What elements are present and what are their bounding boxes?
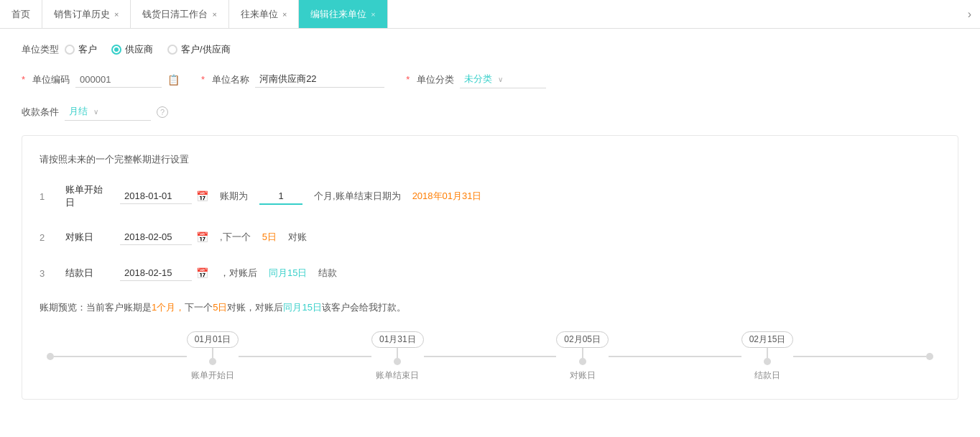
timeline-connector-0 (54, 356, 187, 357)
radio-supplier-circle (111, 45, 121, 55)
unit-code-copy-icon[interactable]: 📋 (167, 74, 180, 86)
desc-suffix-3: 结款 (318, 267, 337, 280)
radio-customer-label: 客户 (78, 43, 97, 56)
period-input-1[interactable] (259, 188, 302, 205)
tab-cash-ledger-label: 钱货日清工作台 (142, 8, 208, 21)
tab-edit-partner-close[interactable]: × (371, 10, 375, 19)
tab-partner-units-close[interactable]: × (282, 10, 287, 19)
timeline-stem-4 (767, 348, 768, 358)
timeline-right-dot (926, 353, 933, 360)
unit-category-value: 未分类 (464, 73, 492, 86)
timeline-badge-1: 01月01日 (187, 331, 239, 348)
unit-category-dropdown[interactable]: 未分类 ∨ (460, 70, 546, 88)
period-unit-1: 个月,账单结束日期为 (314, 190, 401, 203)
row-number-1: 1 (40, 191, 54, 202)
calendar-icon-2[interactable]: 📅 (196, 231, 208, 243)
desc-highlight-3: 同月15日 (269, 267, 307, 280)
payment-terms-field: 收款条件 月结 ∨ ? (22, 103, 168, 121)
radio-both-label: 客户/供应商 (181, 43, 231, 56)
payment-terms-value: 月结 (69, 105, 88, 118)
preview-pay-day: 同月15日 (283, 302, 321, 313)
calendar-icon-3[interactable]: 📅 (196, 267, 208, 279)
payment-terms-row: 收款条件 月结 ∨ ? (22, 103, 958, 121)
row-type-label-1: 账单开始日 (65, 183, 108, 209)
radio-both[interactable]: 客户/供应商 (167, 43, 231, 56)
preview-reconcile-day: 5日 (213, 302, 227, 313)
timeline-point-4: 02月15日 结款日 (741, 331, 794, 382)
tab-home[interactable]: 首页 (0, 0, 42, 28)
timeline-dot-4 (764, 358, 771, 365)
tab-sales-history-close[interactable]: × (114, 10, 119, 19)
timeline-stem-2 (397, 348, 398, 358)
card-title: 请按照未来的一个完整帐期进行设置 (40, 153, 940, 166)
unit-details-row: * 单位编码 📋 * 单位名称 * 单位分类 未分类 ∨ (22, 70, 958, 88)
tab-edit-partner[interactable]: 编辑往来单位 × (299, 0, 387, 28)
timeline-stem-3 (582, 348, 583, 358)
desc-prefix-2: ,下一个 (220, 231, 251, 244)
radio-supplier[interactable]: 供应商 (111, 43, 153, 56)
timeline-label-1: 账单开始日 (191, 369, 234, 382)
tab-partner-units-label: 往来单位 (241, 8, 278, 21)
timeline-dot-2 (394, 358, 401, 365)
desc-prefix-3: ，对账后 (220, 267, 257, 280)
tab-edit-partner-label: 编辑往来单位 (310, 8, 366, 21)
period-label-1: 账期为 (220, 190, 248, 203)
tabs-bar: 首页 销售订单历史 × 钱货日清工作台 × 往来单位 × 编辑往来单位 × › (0, 0, 980, 29)
tab-cash-ledger[interactable]: 钱货日清工作台 × (131, 0, 228, 28)
unit-code-label: 单位编码 (32, 73, 70, 86)
timeline: 01月01日 账单开始日 01月31日 账单结束日 02月05日 对账日 (40, 331, 940, 382)
timeline-point-1: 01月01日 账单开始日 (187, 331, 239, 382)
row-number-2: 2 (40, 232, 54, 243)
unit-name-star: * (201, 74, 205, 85)
timeline-stem-1 (212, 348, 213, 358)
preview-prefix: 账期预览：当前客户账期是 (40, 302, 152, 313)
timeline-badge-4: 02月15日 (741, 331, 794, 348)
timeline-badge-3: 02月05日 (556, 331, 609, 348)
radio-both-circle (167, 45, 177, 55)
row-type-label-3: 结款日 (65, 267, 108, 280)
radio-customer[interactable]: 客户 (65, 43, 97, 56)
preview-middle2: 对账，对账后 (227, 302, 283, 313)
timeline-label-2: 账单结束日 (376, 369, 419, 382)
timeline-dot-3 (579, 358, 586, 365)
tab-cash-ledger-close[interactable]: × (212, 10, 216, 19)
timeline-point-3: 02月05日 对账日 (556, 331, 609, 382)
payment-terms-arrow-icon: ∨ (93, 108, 98, 116)
timeline-label-4: 结款日 (754, 369, 780, 382)
tab-more-button[interactable]: › (959, 0, 980, 28)
unit-type-radio-group: 客户 供应商 客户/供应商 (65, 43, 231, 56)
timeline-connector-1 (239, 356, 371, 357)
desc-suffix-2: 对账 (288, 231, 307, 244)
tab-partner-units[interactable]: 往来单位 × (229, 0, 299, 28)
unit-name-label: 单位名称 (212, 73, 249, 86)
date-field-3: 📅 (120, 265, 208, 281)
date-input-2[interactable] (120, 229, 192, 245)
timeline-badge-2: 01月31日 (371, 331, 424, 348)
timeline-left-dot (47, 353, 54, 360)
unit-name-input[interactable] (255, 72, 384, 88)
timeline-connector-2 (424, 356, 557, 357)
timeline-connector-3 (609, 356, 741, 357)
unit-category-field: * 单位分类 未分类 ∨ (406, 70, 546, 88)
tab-sales-history-label: 销售订单历史 (54, 8, 110, 21)
setting-row-3: 3 结款日 📅 ，对账后同月15日结款 (40, 265, 940, 281)
desc-highlight-2: 5日 (262, 231, 277, 244)
tab-sales-history[interactable]: 销售订单历史 × (42, 0, 131, 28)
unit-name-field: * 单位名称 (201, 72, 384, 88)
payment-terms-help-icon[interactable]: ? (157, 106, 168, 118)
settings-card: 请按照未来的一个完整帐期进行设置 1 账单开始日 📅 账期为 个月,账单结束日期… (22, 135, 958, 400)
timeline-dot-1 (209, 358, 216, 365)
payment-terms-dropdown[interactable]: 月结 ∨ (65, 103, 151, 121)
payment-terms-label: 收款条件 (22, 106, 59, 119)
calendar-icon-1[interactable]: 📅 (196, 190, 208, 202)
main-content: 单位类型 客户 供应商 客户/供应商 * 单位编码 (0, 29, 980, 437)
date-input-3[interactable] (120, 265, 192, 281)
date-field-1: 📅 (120, 188, 208, 204)
unit-category-star: * (406, 74, 410, 85)
row-number-3: 3 (40, 268, 54, 279)
date-input-1[interactable] (120, 188, 192, 204)
unit-type-row: 单位类型 客户 供应商 客户/供应商 (22, 43, 958, 56)
unit-code-input[interactable] (75, 72, 162, 88)
unit-code-field: * 单位编码 📋 (22, 72, 180, 88)
radio-customer-circle (65, 45, 75, 55)
